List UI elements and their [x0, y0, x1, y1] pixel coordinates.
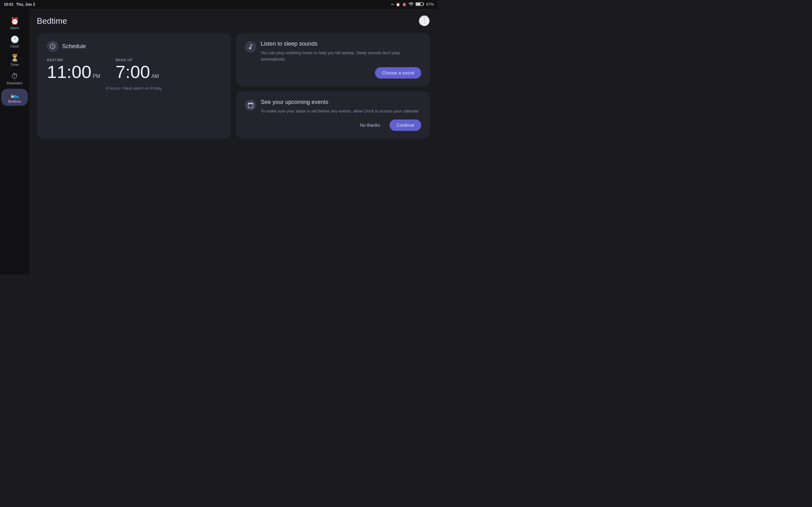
schedule-times: BEDTIME 11:00 PM WAKE-UP 7:00 AM	[47, 58, 221, 81]
battery-percent: 67%	[426, 2, 434, 7]
continue-button[interactable]: Continue	[390, 119, 421, 131]
upcoming-events-header: See your upcoming events To make sure yo…	[245, 99, 421, 114]
wakeup-block: WAKE-UP 7:00 AM	[115, 58, 159, 81]
schedule-card: Schedule BEDTIME 11:00 PM WAKE-UP 7:00 A…	[37, 33, 231, 138]
status-time-date: 10:01 Thu, Jun 2	[4, 2, 35, 7]
schedule-icon	[47, 41, 58, 52]
right-cards: Listen to sleep sounds You can play soot…	[236, 33, 430, 138]
choose-sound-button[interactable]: Choose a sound	[375, 67, 421, 78]
sleep-sounds-header: Listen to sleep sounds You can play soot…	[245, 41, 421, 62]
upcoming-events-title: See your upcoming events	[261, 99, 421, 106]
pencil-icon: ✏	[391, 3, 394, 7]
upcoming-events-icon	[245, 100, 256, 111]
page-header: Bedtime ⋮	[37, 15, 430, 26]
sleep-sounds-title: Listen to sleep sounds	[261, 41, 421, 47]
sidebar: ⏰ Alarm 🕐 Clock ⏳ Timer ⏱ Stopwatch 🛌 Be…	[0, 9, 29, 275]
wakeup-label: WAKE-UP	[115, 58, 159, 62]
sidebar-item-stopwatch[interactable]: ⏱ Stopwatch	[1, 70, 28, 88]
bedtime-block: BEDTIME 11:00 PM	[47, 58, 100, 81]
sidebar-item-bedtime-label: Bedtime	[8, 100, 21, 103]
sidebar-item-timer-label: Timer	[10, 63, 19, 66]
bedtime-display: 11:00 PM	[47, 63, 100, 81]
svg-rect-2	[416, 3, 420, 5]
bedtime-nav-icon: 🛌	[10, 91, 19, 98]
upcoming-events-card: See your upcoming events To make sure yo…	[236, 91, 430, 138]
sleep-sounds-card: Listen to sleep sounds You can play soot…	[236, 33, 430, 86]
sleep-sounds-actions: Choose a sound	[245, 67, 421, 78]
svg-point-0	[410, 5, 411, 6]
main-content: Bedtime ⋮ Schedule BEDTIME 11:00	[29, 9, 438, 275]
battery-icon	[415, 2, 424, 7]
wakeup-hour: 7:00	[115, 63, 150, 81]
timer-nav-icon: ⏳	[10, 55, 19, 61]
sidebar-item-clock[interactable]: 🕐 Clock	[1, 34, 28, 51]
sidebar-item-alarm[interactable]: ⏰ Alarm	[1, 15, 28, 32]
upcoming-events-actions: No thanks Continue	[245, 119, 421, 131]
schedule-card-header: Schedule	[47, 41, 221, 52]
sleep-sounds-icon	[245, 41, 256, 53]
status-icons: ✏ ⏰ 🔇 67%	[391, 2, 434, 7]
cards-grid: Schedule BEDTIME 11:00 PM WAKE-UP 7:00 A…	[37, 33, 430, 138]
alarm-icon: ⏰	[396, 3, 400, 7]
wakeup-display: 7:00 AM	[115, 63, 159, 81]
sidebar-item-alarm-label: Alarm	[10, 26, 19, 30]
wakeup-ampm: AM	[151, 73, 159, 79]
more-menu-button[interactable]: ⋮	[419, 15, 430, 26]
sidebar-item-stopwatch-label: Stopwatch	[6, 81, 22, 85]
sleep-sounds-text: Listen to sleep sounds You can play soot…	[261, 41, 421, 62]
sidebar-item-timer[interactable]: ⏳ Timer	[1, 52, 28, 69]
sidebar-item-clock-label: Clock	[10, 44, 19, 48]
bedtime-label: BEDTIME	[47, 58, 100, 62]
status-time: 10:01	[4, 2, 14, 7]
no-thanks-button[interactable]: No thanks	[354, 119, 386, 131]
bedtime-hour: 11:00	[47, 63, 91, 81]
sidebar-item-bedtime[interactable]: 🛌 Bedtime	[1, 89, 28, 106]
svg-rect-3	[423, 3, 424, 5]
status-bar: 10:01 Thu, Jun 2 ✏ ⏰ 🔇 67%	[0, 0, 438, 9]
clock-nav-icon: 🕐	[10, 36, 19, 43]
status-date: Thu, Jun 2	[16, 2, 35, 7]
bedtime-ampm: PM	[93, 73, 100, 79]
schedule-info: 8 hours • Next alarm on Friday	[47, 86, 221, 91]
sleep-sounds-desc: You can play soothing music to help you …	[261, 50, 421, 62]
wifi-icon	[409, 2, 414, 7]
alarm-nav-icon: ⏰	[10, 18, 19, 25]
upcoming-events-desc: To make sure your alarm is set before an…	[261, 108, 421, 114]
schedule-card-title: Schedule	[62, 43, 86, 50]
page-title: Bedtime	[37, 16, 67, 26]
upcoming-events-text: See your upcoming events To make sure yo…	[261, 99, 421, 114]
mute-icon: 🔇	[402, 3, 407, 7]
stopwatch-nav-icon: ⏱	[11, 73, 18, 80]
